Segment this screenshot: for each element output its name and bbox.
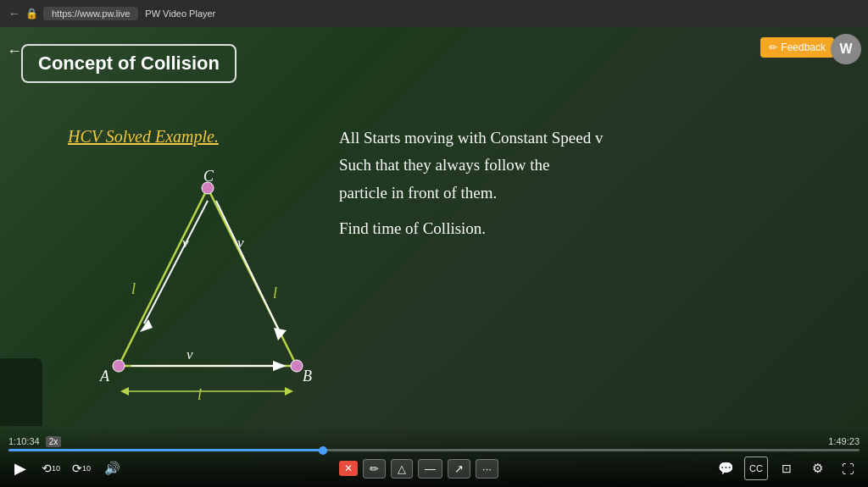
volume-button[interactable]: 🔊 bbox=[100, 457, 124, 480]
svg-marker-8 bbox=[273, 361, 287, 371]
progress-dot bbox=[319, 446, 327, 455]
video-container: ← Concept of Collision HCV Solved Exampl… bbox=[0, 27, 868, 487]
svg-marker-22 bbox=[120, 387, 129, 396]
rewind-10-button[interactable]: ⟲10 bbox=[39, 457, 63, 480]
draw-more-tool[interactable]: ··· bbox=[476, 459, 498, 479]
controls-row: ▶ ⟲10 ⟳10 🔊 ✕ ✏ △ — ↗ ··· 💬 CC bbox=[8, 457, 860, 480]
captions-button[interactable]: CC bbox=[744, 457, 768, 480]
svg-marker-6 bbox=[274, 328, 287, 340]
svg-point-10 bbox=[291, 360, 303, 372]
browser-back-icon[interactable]: ← bbox=[8, 7, 20, 20]
browser-bar: ← 🔒 https://www.pw.live PW Video Player bbox=[0, 0, 868, 27]
current-time: 1:10:34 2x bbox=[8, 436, 61, 446]
right-text-line4: Find time of Collision. bbox=[339, 215, 603, 242]
w-logo: W bbox=[831, 34, 861, 64]
browser-app-name: PW Video Player bbox=[145, 8, 215, 19]
svg-line-5 bbox=[216, 201, 280, 332]
draw-line-tool[interactable]: — bbox=[418, 459, 442, 479]
svg-marker-23 bbox=[285, 387, 293, 396]
title-box: Concept of Collision bbox=[21, 44, 236, 83]
draw-pencil-tool[interactable]: ✏ bbox=[363, 459, 386, 479]
svg-point-9 bbox=[113, 360, 125, 372]
svg-text:v: v bbox=[237, 235, 244, 251]
time-row: 1:10:34 2x 1:49:23 bbox=[8, 436, 860, 446]
chalkboard: ← Concept of Collision HCV Solved Exampl… bbox=[0, 27, 868, 487]
svg-text:A: A bbox=[99, 368, 110, 385]
settings-button[interactable]: ⚙ bbox=[805, 457, 829, 480]
browser-lock-icon: 🔒 bbox=[25, 8, 38, 19]
left-controls: ▶ ⟲10 ⟳10 🔊 bbox=[8, 457, 124, 480]
svg-line-3 bbox=[144, 201, 208, 324]
play-button[interactable]: ▶ bbox=[8, 457, 32, 480]
right-controls: 💬 CC ⊡ ⚙ ⛶ bbox=[714, 457, 860, 480]
pip-button[interactable]: ⊡ bbox=[775, 457, 798, 480]
right-text-line1: All Starts moving with Constant Speed v bbox=[339, 125, 603, 152]
feedback-button[interactable]: ✏ Feedback bbox=[760, 37, 834, 58]
svg-text:v: v bbox=[182, 235, 189, 251]
right-text-block: All Starts moving with Constant Speed v … bbox=[339, 125, 603, 242]
svg-text:v: v bbox=[186, 346, 193, 362]
feedback-label: Feedback bbox=[781, 42, 826, 53]
middle-controls: ✕ ✏ △ — ↗ ··· bbox=[339, 459, 498, 479]
controls-bar: 1:10:34 2x 1:49:23 ▶ ⟲10 ⟳10 🔊 bbox=[0, 426, 868, 487]
svg-text:C: C bbox=[203, 168, 214, 185]
close-toolbar-button[interactable]: ✕ bbox=[339, 461, 358, 476]
draw-arrow-tool[interactable]: ↗ bbox=[448, 459, 470, 479]
svg-text:l: l bbox=[131, 280, 136, 297]
chat-button[interactable]: 💬 bbox=[714, 457, 737, 480]
progress-bar-bg[interactable] bbox=[8, 449, 860, 451]
browser-controls: ← 🔒 https://www.pw.live bbox=[8, 7, 138, 20]
svg-text:l: l bbox=[198, 386, 202, 403]
person-silhouette bbox=[0, 358, 42, 426]
right-text-line3: particle in front of them. bbox=[339, 180, 603, 207]
feedback-icon: ✏ bbox=[769, 42, 777, 53]
total-time: 1:49:23 bbox=[828, 436, 860, 446]
draw-triangle-tool[interactable]: △ bbox=[391, 459, 413, 479]
svg-text:l: l bbox=[273, 285, 277, 302]
progress-bar-fill bbox=[8, 449, 323, 451]
browser-url-text: https://www.pw.live bbox=[43, 7, 138, 20]
back-arrow-btn[interactable]: ← bbox=[7, 42, 22, 60]
fullscreen-button[interactable]: ⛶ bbox=[836, 457, 860, 480]
svg-text:B: B bbox=[303, 368, 312, 385]
svg-line-0 bbox=[119, 188, 208, 366]
page-title: Concept of Collision bbox=[38, 53, 220, 74]
diagram-svg: A B C v v v l l l bbox=[51, 137, 364, 425]
speed-badge: 2x bbox=[46, 436, 62, 447]
right-text-line2: Such that they always follow the bbox=[339, 152, 603, 179]
progress-area: 1:10:34 2x 1:49:23 bbox=[8, 436, 860, 451]
forward-10-button[interactable]: ⟳10 bbox=[70, 457, 93, 480]
